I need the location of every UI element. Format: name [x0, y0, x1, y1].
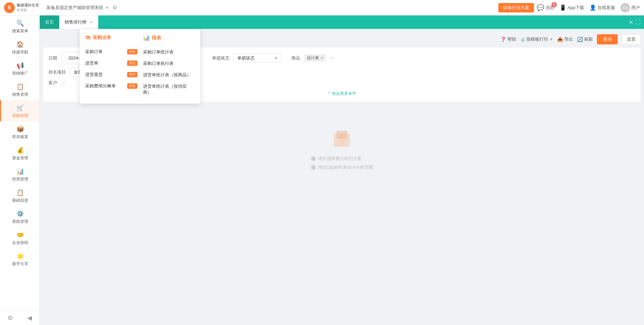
history-badge-3: 历史 [127, 83, 137, 89]
customer-ellipsis[interactable]: ··· [61, 80, 66, 86]
doc-status-select[interactable]: 单据状态 [234, 53, 281, 63]
settings-btn[interactable]: 设置 [622, 34, 641, 44]
home-icon: 🏠 [16, 41, 24, 48]
dropdown-item-report-3[interactable]: 进货单统计表（按商品） [143, 69, 195, 81]
rank-label: 排名项目 [48, 69, 66, 75]
refresh-icon: 🔄 [577, 37, 583, 42]
top-right: 💬 9 消息 📱 App下载 👤 在线客服 Ea 用户 [537, 3, 640, 12]
report-header: 📊 报表 [143, 35, 195, 42]
dropdown-item-incoming[interactable]: 进货单 历史 [85, 57, 137, 69]
message-item[interactable]: 💬 9 消息 [537, 4, 554, 11]
industry-btn[interactable]: 体验行业方案 [498, 3, 534, 12]
tab-home[interactable]: 首页 [40, 15, 59, 29]
brand-name: 畅捷通好生意 [17, 3, 39, 7]
dropdown-item-return[interactable]: 进货退货 历史 [85, 69, 137, 80]
sidebar-item-search[interactable]: 🔍 搜索菜单 [0, 15, 39, 37]
purchase-header-icon: 🛍 [85, 35, 91, 41]
system-title: 装备及固定资产辅助管理系统 ▼ ⚙ [46, 4, 496, 11]
content-area: 首页 销售排行榜 ✕ ✕ ⛶ ❓ 帮助 🖨 按模板打印 [40, 15, 644, 325]
sidebar-item-base-info[interactable]: 📋 基础信息 [0, 185, 39, 206]
export-btn[interactable]: 📤 导出 [557, 36, 573, 42]
tab-expand-icon[interactable]: ⛶ [635, 19, 641, 25]
sidebar-item-operations[interactable]: 📊 经营管理 [0, 164, 39, 185]
app-download-item[interactable]: 📱 App下载 [560, 4, 584, 11]
tab-close-icon[interactable]: ✕ [629, 19, 633, 26]
doc-status-label: 单据状态 [212, 55, 229, 61]
help-btn[interactable]: ❓ 帮助 [500, 36, 516, 42]
sidebar-settings-btn[interactable]: ⚙ [7, 314, 13, 322]
customer-label: 客户 [48, 80, 57, 86]
sidebar-item-finance[interactable]: 💰 资金管理 [0, 143, 39, 164]
print-arrow[interactable]: ▼ [549, 37, 553, 41]
sidebar-item-system[interactable]: ⚙️ 系统管理 [0, 206, 39, 227]
history-badge-0: 历史 [127, 49, 137, 54]
dropdown-item-expense[interactable]: 采购费用分摊单 历史 [85, 80, 137, 92]
sidebar-item-purchase[interactable]: 🛒 采购管理 [0, 100, 39, 121]
purchase-icon: 🛒 [16, 104, 24, 112]
goods-tag: 设计素 ✕ [304, 54, 326, 62]
sidebar-item-quick-nav[interactable]: 🏠 快捷导航 [0, 37, 39, 58]
brand-sub: 标准版 [17, 8, 39, 12]
print-icon: 🖨 [520, 37, 525, 42]
report-col: 📊 报表 采购订单统计表 采购订单执行表 进货单统计表（按商品） 进货单统计表（… [137, 35, 195, 98]
user-item[interactable]: Ea 用户 [620, 3, 640, 12]
sidebar: 🔍 搜索菜单 🏠 快捷导航 📢 营销推广 📋 销售管理 🛒 采购管理 📦 库存核… [0, 15, 40, 325]
sidebar-item-inventory[interactable]: 📦 库存核算 [0, 121, 39, 143]
operations-icon: 📊 [16, 168, 24, 175]
settings-icon[interactable]: ⚙ [112, 4, 117, 11]
step-dot-2: ② [311, 165, 316, 170]
svg-rect-4 [340, 142, 344, 143]
finance-icon: 💰 [16, 147, 24, 154]
tab-bar-right: ✕ ⛶ [629, 19, 644, 26]
help-icon: ❓ [500, 37, 506, 42]
sidebar-item-cooperation[interactable]: 🤝 企业协同 [0, 227, 39, 248]
purchase-dropdown-menu: 🛍 采购业务 采购订单 历史 进货单 历史 进货退货 历史 [79, 29, 201, 104]
main-layout: 🔍 搜索菜单 🏠 快捷导航 📢 营销推广 📋 销售管理 🛒 采购管理 📦 库存核… [0, 15, 644, 325]
svg-rect-3 [338, 140, 345, 141]
date-label: 日期 [48, 55, 57, 61]
step-dot-1: ① [311, 156, 316, 161]
query-btn[interactable]: 查询 [597, 34, 618, 44]
dropdown-item-report-2[interactable]: 采购订单执行表 [143, 58, 195, 69]
inventory-icon: 📦 [16, 125, 24, 133]
goods-tag-close[interactable]: ✕ [320, 56, 323, 60]
export-icon: 📤 [557, 37, 563, 42]
sales-icon: 📋 [16, 83, 24, 90]
marketing-icon: 📢 [16, 62, 24, 69]
history-badge-1: 历史 [127, 60, 137, 66]
system-icon: ⚙️ [16, 210, 24, 217]
dropdown-item-report-1[interactable]: 采购订单统计表 [143, 46, 195, 58]
avatar: Ea [620, 3, 630, 12]
purchase-header: 🛍 采购业务 [85, 35, 137, 42]
search-menu-icon: 🔍 [16, 19, 24, 27]
empty-hints: ① 请先选择要分析的方案 ② 用[过滤]条件来缩小分析范围 [311, 156, 373, 170]
refresh-btn[interactable]: 🔄 刷新 [577, 36, 593, 42]
report-header-icon: 📊 [143, 35, 150, 41]
sidebar-bottom: ⚙ ◀ [0, 311, 39, 325]
top-bar: 6 畅捷通好生意 标准版 装备及固定资产辅助管理系统 ▼ ⚙ 体验行业方案 💬 … [0, 0, 644, 15]
base-info-icon: 📋 [16, 189, 24, 196]
doc-status-select-wrap: 单据状态 ▼ [234, 53, 281, 63]
sidebar-item-newbie[interactable]: 🌟 新手引导 [0, 248, 39, 270]
empty-illustration [328, 125, 355, 152]
sidebar-collapse-btn[interactable]: ◀ [27, 314, 32, 322]
goods-label: 商品 [291, 55, 300, 61]
message-badge: 9 [551, 2, 557, 7]
goods-ellipsis[interactable]: ··· [330, 55, 334, 61]
dropdown-item-report-4[interactable]: 进货单统计表（按供应商） [143, 81, 195, 98]
tab-bar: 首页 销售排行榜 ✕ ✕ ⛶ [40, 15, 644, 29]
svg-point-2 [339, 134, 345, 139]
newbie-icon: 🌟 [16, 252, 24, 260]
tab-close-btn[interactable]: ✕ [90, 20, 93, 25]
empty-state: ① 请先选择要分析的方案 ② 用[过滤]条件来缩小分析范围 [43, 105, 641, 191]
logo-icon: 6 [4, 2, 15, 13]
tab-sales-ranking[interactable]: 销售排行榜 ✕ [59, 15, 98, 29]
sidebar-item-sales[interactable]: 📋 销售管理 [0, 79, 39, 100]
purchase-dropdown-overlay: 🛍 采购业务 采购订单 历史 进货单 历史 进货退货 历史 [79, 29, 201, 104]
sidebar-item-marketing[interactable]: 📢 营销推广 [0, 58, 39, 79]
print-btn[interactable]: 🖨 按模板打印 ▼ [520, 36, 553, 42]
online-service-item[interactable]: 👤 在线客服 [589, 4, 615, 11]
system-title-arrow[interactable]: ▼ [105, 6, 109, 10]
history-badge-2: 历史 [127, 72, 137, 77]
dropdown-item-purchase-order[interactable]: 采购订单 历史 [85, 46, 137, 57]
